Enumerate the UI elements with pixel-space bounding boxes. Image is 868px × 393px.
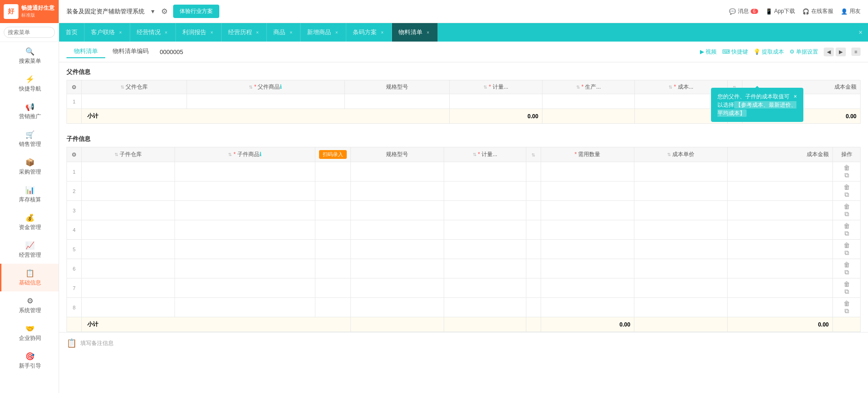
extract-cost-action[interactable]: 💡 提取成本 — [753, 48, 784, 56]
sales-icon: 🛒 — [25, 130, 35, 139]
parent-cell-warehouse[interactable] — [82, 94, 187, 109]
tab-close-goods[interactable]: × — [288, 30, 294, 36]
header-right: 💬 消息 6 📱 App下载 🎧 在线客服 👤 用友 — [729, 7, 861, 15]
child-cell-qty-1[interactable] — [541, 162, 634, 181]
tooltip-close[interactable]: × — [794, 92, 797, 101]
sub-header: 物料清单 物料清单编码 0000005 ▶ 视频 ⌨ 快捷键 💡 — [59, 42, 868, 62]
child-col-op: 操作 — [833, 147, 861, 162]
child-col-settings[interactable]: ⚙ — [67, 147, 82, 162]
child-col-unit: ⇅ * 计量... — [444, 147, 526, 162]
copy-icon-5[interactable]: ⧉ — [843, 248, 851, 257]
tab-barcode[interactable]: 条码方案× — [346, 23, 392, 42]
shortcut-action[interactable]: ⌨ 快捷键 — [722, 48, 748, 56]
tab-bom[interactable]: 物料清单× — [392, 23, 438, 42]
sidebar-item-purchase[interactable]: 📦 采购管理 — [0, 153, 59, 181]
tab-customer[interactable]: 客户联络× — [84, 23, 130, 42]
sidebar-item-label: 资金管理 — [19, 224, 41, 231]
tab-close-barcode[interactable]: × — [380, 30, 385, 36]
system-dropdown[interactable]: ▼ — [150, 8, 156, 15]
message-icon: 💬 — [729, 8, 736, 15]
sidebar-item-quick[interactable]: ⚡ 快捷导航 — [0, 70, 59, 97]
single-settings-action[interactable]: ⚙ 单据设置 — [790, 48, 818, 56]
logo: 好 畅捷通好生意 标准版 — [0, 0, 59, 23]
tab-close-new-goods[interactable]: × — [334, 30, 339, 36]
app-download-action[interactable]: 📱 App下载 — [766, 7, 795, 15]
child-cell-op-1: 🗑 ⧉ — [833, 162, 861, 181]
sidebar-item-label: 搜索菜单 — [19, 57, 41, 65]
tab-goods[interactable]: 商品× — [267, 23, 301, 42]
tab-history[interactable]: 经营历程× — [222, 23, 267, 42]
sub-tab-bom-code[interactable]: 物料清单编码 — [105, 45, 156, 58]
copy-icon-1[interactable]: ⧉ — [843, 170, 851, 180]
child-cell-spec-1[interactable] — [350, 162, 444, 181]
view-action[interactable]: ▶ 视频 — [700, 48, 717, 56]
child-col-scan: 扫码录入 — [315, 147, 350, 162]
copy-icon-7[interactable]: ⧉ — [843, 287, 851, 296]
nav-prev[interactable]: ◀ — [824, 48, 834, 56]
tab-nav-close[interactable]: × — [853, 29, 868, 36]
tab-close-customer[interactable]: × — [118, 30, 123, 36]
sidebar-item-finance[interactable]: 💰 资金管理 — [0, 208, 59, 236]
tab-close-history[interactable]: × — [255, 30, 260, 36]
user-action[interactable]: 👤 用友 — [841, 7, 861, 15]
parent-col-product: ⇅ * 父件商品ℹ — [187, 80, 344, 94]
tab-operations[interactable]: 经营情况× — [130, 23, 176, 42]
online-service-action[interactable]: 🎧 在线客服 — [802, 7, 833, 15]
parent-col-settings[interactable]: ⚙ — [67, 80, 82, 94]
trial-button[interactable]: 体验行业方案 — [173, 5, 219, 18]
sidebar-item-guide[interactable]: 🎯 新手引导 — [0, 347, 59, 375]
message-action[interactable]: 💬 消息 6 — [729, 7, 758, 15]
content-area: 物料清单 物料清单编码 0000005 ▶ 视频 ⌨ 快捷键 💡 — [59, 42, 868, 393]
parent-cell-unit[interactable] — [450, 94, 542, 109]
tab-close-ops[interactable]: × — [163, 30, 169, 36]
parent-cell-spec[interactable] — [344, 94, 450, 109]
guide-icon: 🎯 — [25, 351, 35, 361]
parent-cell-prod[interactable] — [542, 94, 634, 109]
child-table: ⚙ ⇅ 子件仓库 ⇅ * 子件商品ℹ 扫码录入 规格型号 — [66, 147, 861, 332]
sidebar-item-label: 快捷导航 — [19, 85, 41, 93]
gear-button[interactable]: ⚙ — [161, 7, 168, 16]
parent-subtotal-unit: 0.00 — [450, 109, 542, 124]
tab-close-bom[interactable]: × — [425, 30, 431, 36]
parent-cell-product[interactable] — [187, 94, 344, 109]
tab-new-goods[interactable]: 新增商品× — [301, 23, 346, 42]
nav-grid[interactable]: ≡ — [851, 48, 861, 56]
child-cell-product-1[interactable] — [175, 162, 315, 181]
sidebar-item-label: 采购管理 — [19, 168, 41, 176]
search-input[interactable] — [4, 27, 55, 38]
copy-icon-6[interactable]: ⧉ — [843, 267, 851, 277]
sub-header-actions: ▶ 视频 ⌨ 快捷键 💡 提取成本 ⚙ 单据设置 — [700, 48, 861, 56]
sidebar-item-search[interactable]: 🔍 搜索菜单 — [0, 42, 59, 70]
tab-home[interactable]: 首页 — [59, 23, 84, 42]
sidebar-item-operations[interactable]: 📈 经营管理 — [0, 236, 59, 264]
sidebar-search[interactable] — [0, 23, 59, 42]
message-badge: 6 — [751, 9, 758, 14]
child-cell-price-1[interactable] — [634, 162, 728, 181]
sidebar-item-label: 库存核算 — [19, 196, 41, 204]
child-subtotal-amount: 0.00 — [728, 317, 833, 332]
copy-icon-8[interactable]: ⧉ — [843, 306, 851, 315]
basic-icon: 📋 — [25, 268, 35, 278]
sidebar-item-system[interactable]: ⚙ 系统管理 — [0, 291, 59, 319]
sidebar-item-sales[interactable]: 🛒 销售管理 — [0, 125, 59, 153]
copy-icon-4[interactable]: ⧉ — [843, 229, 851, 238]
copy-icon-2[interactable]: ⧉ — [843, 190, 851, 199]
scan-button[interactable]: 扫码录入 — [319, 150, 347, 159]
child-cell-warehouse-1[interactable] — [82, 162, 175, 181]
sidebar-item-inventory[interactable]: 📊 库存核算 — [0, 181, 59, 208]
sidebar-item-collab[interactable]: 🤝 企业协同 — [0, 319, 59, 347]
tab-profit[interactable]: 利润报告× — [176, 23, 222, 42]
nav-next[interactable]: ▶ — [836, 48, 846, 56]
shortcut-icon: ⌨ — [722, 48, 730, 55]
bom-code-display: 0000005 — [160, 48, 183, 55]
tab-close-profit[interactable]: × — [209, 30, 215, 36]
sub-tab-bom-list[interactable]: 物料清单 — [66, 45, 105, 58]
logo-text: 畅捷通好生意 — [21, 5, 54, 12]
nav-arrows: ◀ ▶ — [824, 48, 846, 56]
user-label: 用友 — [850, 7, 861, 15]
sidebar-item-marketing[interactable]: 📢 营销推广 — [0, 97, 59, 125]
child-col-sort: ⇅ — [526, 147, 541, 162]
copy-icon-3[interactable]: ⧉ — [843, 209, 851, 218]
sidebar-item-basic[interactable]: 📋 基础信息 — [0, 264, 59, 291]
child-cell-unit-1[interactable] — [444, 162, 526, 181]
